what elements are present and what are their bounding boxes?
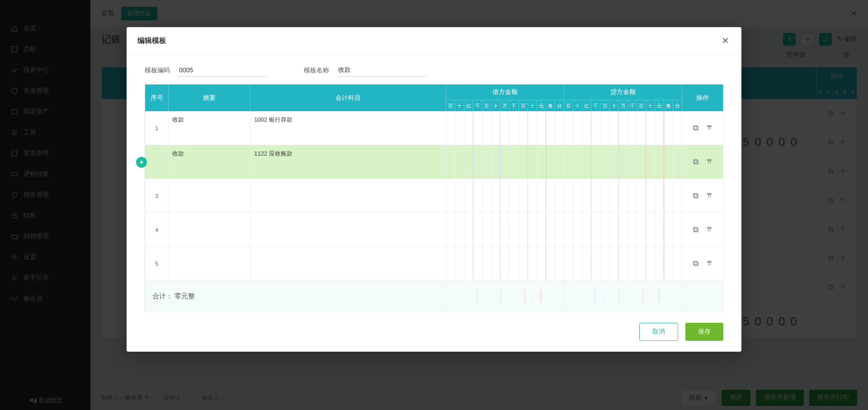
cancel-button[interactable]: 取消 bbox=[639, 323, 678, 341]
table-row[interactable]: 3 bbox=[145, 179, 723, 213]
unit-header: 十 bbox=[573, 100, 582, 111]
unit-header: 百 bbox=[482, 100, 491, 111]
unit-header: 元 bbox=[655, 100, 664, 111]
credit-cell[interactable] bbox=[564, 145, 682, 179]
th-account: 会计科目 bbox=[250, 85, 446, 112]
account-cell[interactable] bbox=[250, 247, 445, 280]
account-cell[interactable] bbox=[250, 213, 445, 246]
unit-header: 百 bbox=[600, 100, 609, 111]
th-summary: 摘要 bbox=[169, 85, 250, 112]
unit-header: 元 bbox=[537, 100, 546, 111]
seq-cell: 5 bbox=[145, 247, 168, 280]
unit-header: 角 bbox=[664, 100, 673, 111]
credit-cell[interactable] bbox=[564, 213, 682, 247]
account-cell[interactable]: 1122 应收账款 bbox=[250, 145, 445, 179]
modal-title: 编辑模板 bbox=[137, 36, 166, 46]
unit-header: 分 bbox=[673, 100, 682, 111]
th-ops: 操作 bbox=[682, 85, 723, 112]
seq-cell: 3 bbox=[145, 179, 168, 212]
delete-icon[interactable] bbox=[706, 158, 713, 165]
template-code-label: 模板编码 bbox=[145, 66, 170, 75]
unit-header: 万 bbox=[619, 100, 628, 111]
template-name-input[interactable] bbox=[336, 64, 427, 77]
delete-icon[interactable] bbox=[706, 124, 713, 132]
debit-cell[interactable] bbox=[446, 179, 564, 213]
unit-header: 角 bbox=[546, 100, 555, 111]
unit-header: 十 bbox=[528, 100, 537, 111]
save-button[interactable]: 保存 bbox=[685, 323, 723, 341]
modal-footer: 取消 保存 bbox=[127, 319, 741, 352]
credit-cell[interactable] bbox=[564, 111, 682, 145]
close-icon[interactable]: ✕ bbox=[720, 35, 731, 46]
delete-icon[interactable] bbox=[706, 226, 713, 233]
seq-cell bbox=[145, 145, 168, 179]
sum-row: 合计： 零元整 bbox=[145, 281, 723, 312]
table-row[interactable]: 5 bbox=[145, 247, 723, 281]
sum-text: 零元整 bbox=[175, 292, 195, 300]
delete-icon[interactable] bbox=[706, 192, 713, 199]
summary-cell[interactable]: 收款 bbox=[169, 111, 250, 145]
template-name-label: 模板名称 bbox=[304, 66, 329, 75]
unit-header: 亿 bbox=[582, 100, 591, 111]
unit-header: 百 bbox=[519, 100, 528, 111]
table-row[interactable]: 1收款1002 银行存款 bbox=[145, 111, 723, 145]
template-code-input[interactable] bbox=[177, 64, 268, 77]
edit-template-modal: 编辑模板 ✕ 模板编码 模板名称 序号 摘要 会计科目 借方金额 bbox=[127, 27, 741, 352]
unit-header: 十 bbox=[610, 100, 619, 111]
svg-rect-31 bbox=[693, 227, 697, 231]
copy-icon[interactable] bbox=[692, 158, 699, 165]
summary-cell[interactable]: 收款 bbox=[169, 145, 250, 179]
unit-header: 百 bbox=[564, 100, 573, 111]
account-cell[interactable]: 1002 银行存款 bbox=[250, 111, 445, 145]
delete-icon[interactable] bbox=[706, 260, 713, 267]
seq-cell: 4 bbox=[145, 213, 168, 246]
table-row[interactable]: +收款1122 应收账款 bbox=[145, 145, 723, 179]
debit-cell[interactable] bbox=[446, 247, 564, 281]
unit-header: 万 bbox=[500, 100, 509, 111]
copy-icon[interactable] bbox=[692, 260, 699, 267]
unit-header: 十 bbox=[646, 100, 655, 111]
unit-header: 千 bbox=[473, 100, 482, 111]
sum-label: 合计： bbox=[152, 292, 173, 300]
svg-rect-29 bbox=[693, 193, 697, 197]
credit-cell[interactable] bbox=[564, 179, 682, 213]
svg-rect-32 bbox=[694, 228, 698, 232]
account-cell[interactable] bbox=[250, 179, 445, 212]
seq-cell: 1 bbox=[145, 111, 168, 145]
unit-header: 十 bbox=[491, 100, 500, 111]
modal-form: 模板编码 模板名称 bbox=[127, 55, 741, 80]
summary-cell[interactable] bbox=[169, 213, 250, 246]
unit-header: 百 bbox=[446, 100, 455, 111]
summary-cell[interactable] bbox=[169, 247, 250, 280]
copy-icon[interactable] bbox=[692, 124, 699, 132]
unit-header: 千 bbox=[591, 100, 600, 111]
copy-icon[interactable] bbox=[692, 226, 699, 233]
svg-rect-26 bbox=[694, 127, 698, 130]
unit-header: 十 bbox=[455, 100, 464, 111]
th-debit: 借方金额 百十亿千百十万千百十元角分 bbox=[446, 85, 564, 112]
table-row[interactable]: 4 bbox=[145, 213, 723, 247]
copy-icon[interactable] bbox=[692, 192, 699, 199]
unit-header: 亿 bbox=[464, 100, 473, 111]
unit-header: 千 bbox=[509, 100, 519, 111]
debit-cell[interactable] bbox=[446, 213, 564, 247]
template-table: 序号 摘要 会计科目 借方金额 百十亿千百十万千百十元角分 贷方金额 百十亿千百… bbox=[145, 84, 723, 312]
svg-rect-33 bbox=[693, 261, 697, 265]
svg-rect-27 bbox=[693, 160, 697, 163]
debit-cell[interactable] bbox=[446, 111, 564, 145]
th-credit: 贷方金额 百十亿千百十万千百十元角分 bbox=[564, 85, 682, 112]
unit-header: 百 bbox=[637, 100, 646, 111]
svg-rect-30 bbox=[694, 194, 698, 198]
debit-cell[interactable] bbox=[446, 145, 564, 179]
summary-cell[interactable] bbox=[169, 179, 250, 212]
th-debit-label: 借方金额 bbox=[446, 85, 564, 100]
svg-rect-25 bbox=[693, 126, 697, 129]
modal-header: 编辑模板 ✕ bbox=[127, 27, 741, 55]
add-row-button[interactable]: + bbox=[136, 157, 147, 168]
unit-header: 千 bbox=[628, 100, 637, 111]
modal-body: 序号 摘要 会计科目 借方金额 百十亿千百十万千百十元角分 贷方金额 百十亿千百… bbox=[127, 80, 741, 319]
unit-header: 分 bbox=[555, 100, 564, 111]
credit-cell[interactable] bbox=[564, 247, 682, 281]
th-seq: 序号 bbox=[145, 85, 169, 112]
svg-rect-34 bbox=[694, 262, 698, 266]
